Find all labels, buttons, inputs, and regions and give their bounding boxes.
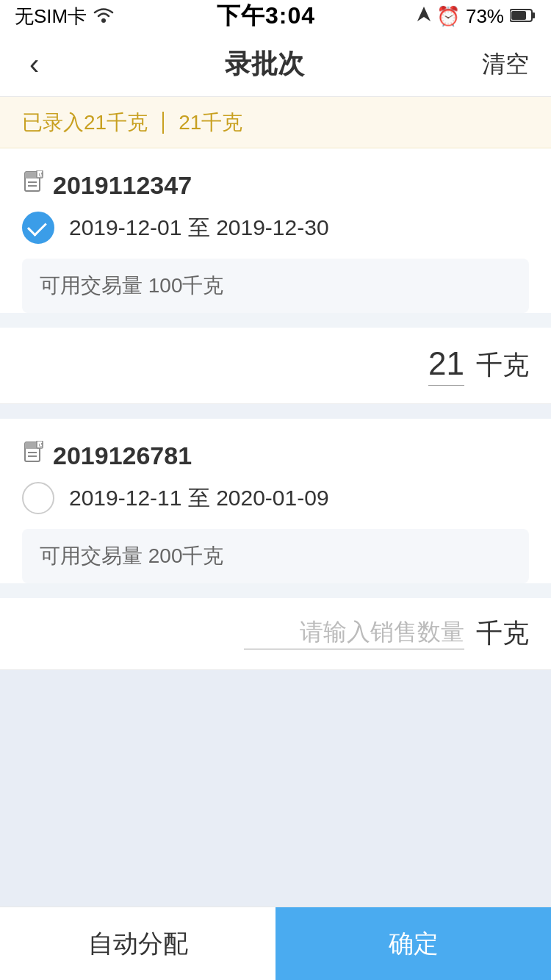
batch1-amount-row: 21 千克 bbox=[0, 328, 551, 404]
battery-text: 73% bbox=[466, 5, 504, 28]
batch1-card: ↺ 2019112347 2019-12-01 至 2019-12-30 可用交… bbox=[0, 148, 551, 313]
batch1-available-text: 可用交易量 100千克 bbox=[40, 274, 224, 297]
confirm-button[interactable]: 确定 bbox=[276, 907, 551, 980]
batch2-doc-icon: ↺ bbox=[22, 441, 46, 470]
batch1-date: 2019-12-01 至 2019-12-30 bbox=[69, 213, 329, 243]
batch2-id: 2019126781 bbox=[53, 442, 192, 470]
location-icon bbox=[417, 5, 431, 28]
batch1-available: 可用交易量 100千克 bbox=[22, 259, 529, 313]
auto-distribute-button[interactable]: 自动分配 bbox=[0, 907, 276, 980]
batch2-date-row[interactable]: 2019-12-11 至 2020-01-09 bbox=[22, 482, 529, 514]
batch2-input-unit: 千克 bbox=[476, 616, 529, 652]
info-divider bbox=[162, 112, 164, 134]
batch1-amount-unit: 千克 bbox=[476, 347, 529, 383]
status-time: 下午3:04 bbox=[217, 0, 315, 32]
svg-rect-3 bbox=[532, 12, 535, 18]
batch1-header: ↺ 2019112347 bbox=[22, 170, 529, 200]
svg-point-0 bbox=[101, 18, 106, 23]
batch1-amount-container: 21 bbox=[428, 345, 464, 386]
battery-icon bbox=[510, 5, 536, 28]
recorded-label: 已录入21千克 bbox=[22, 109, 148, 137]
page-title: 录批次 bbox=[225, 46, 304, 82]
batch1-date-row[interactable]: 2019-12-01 至 2019-12-30 bbox=[22, 212, 529, 244]
batch2-available-text: 可用交易量 200千克 bbox=[40, 544, 224, 567]
batch2-input-row: 千克 bbox=[0, 598, 551, 670]
batch1-available-value: 100千克 bbox=[148, 274, 224, 297]
batch2-radio[interactable] bbox=[22, 482, 54, 514]
nav-bar: ‹ 录批次 清空 bbox=[0, 32, 551, 97]
section-separator bbox=[0, 404, 551, 419]
batch1-doc-icon: ↺ bbox=[22, 170, 46, 200]
svg-text:↺: ↺ bbox=[38, 442, 44, 449]
batch1-radio[interactable] bbox=[22, 212, 54, 244]
batch2-header: ↺ 2019126781 bbox=[22, 441, 529, 470]
carrier-text: 无SIM卡 bbox=[15, 4, 87, 29]
status-left: 无SIM卡 bbox=[15, 4, 115, 29]
status-bar: 无SIM卡 下午3:04 ⏰ 73% bbox=[0, 0, 551, 32]
clear-button[interactable]: 清空 bbox=[482, 48, 529, 81]
batch2-card: ↺ 2019126781 2019-12-11 至 2020-01-09 可用交… bbox=[0, 419, 551, 583]
back-button[interactable]: ‹ bbox=[22, 40, 46, 88]
alarm-icon: ⏰ bbox=[436, 5, 460, 28]
wifi-icon bbox=[93, 5, 115, 28]
batch1-amount-value: 21 bbox=[428, 345, 464, 381]
batch2-available: 可用交易量 200千克 bbox=[22, 529, 529, 583]
batch2-available-value: 200千克 bbox=[148, 544, 224, 567]
bottom-bar: 自动分配 确定 bbox=[0, 907, 551, 980]
svg-rect-4 bbox=[511, 11, 526, 20]
svg-marker-1 bbox=[417, 7, 431, 21]
batch2-date: 2019-12-11 至 2020-01-09 bbox=[69, 483, 329, 514]
recorded-value: 21千克 bbox=[179, 109, 242, 137]
batch2-quantity-input[interactable] bbox=[244, 619, 464, 649]
status-right: ⏰ 73% bbox=[417, 5, 536, 28]
batch1-id: 2019112347 bbox=[53, 171, 192, 200]
svg-text:↺: ↺ bbox=[38, 171, 44, 179]
info-banner: 已录入21千克 21千克 bbox=[0, 97, 551, 148]
